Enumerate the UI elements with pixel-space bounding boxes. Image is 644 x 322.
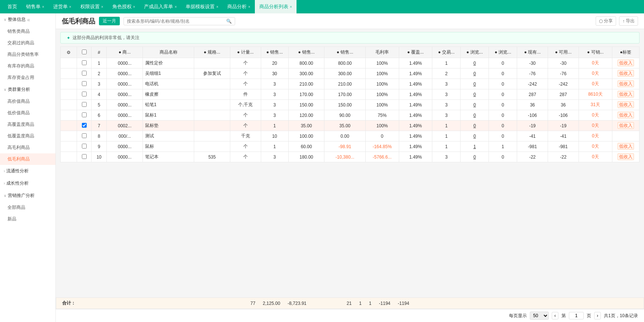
row-checkbox[interactable] <box>82 133 87 138</box>
sidebar-item-sales-goods[interactable]: 销售类商品 <box>0 26 55 37</box>
row-view1[interactable]: 0 <box>461 100 489 110</box>
nav-analysis-list-close[interactable]: × <box>290 5 292 9</box>
col-check-all[interactable] <box>77 47 92 58</box>
nav-home[interactable]: 首页 <box>3 0 22 13</box>
col-trade[interactable]: ● 交易... <box>432 47 461 58</box>
nav-template-close[interactable]: × <box>216 5 218 9</box>
row-view1[interactable]: 0 <box>461 131 489 141</box>
nav-analysis[interactable]: 商品分析 × <box>223 0 255 13</box>
row-check[interactable] <box>77 110 92 121</box>
row-check[interactable] <box>77 121 92 131</box>
row-current: -981 <box>517 141 548 152</box>
row-checkbox[interactable] <box>82 102 87 107</box>
sidebar-item-traded-goods[interactable]: 交易过的商品 <box>0 37 55 49</box>
nav-purchase-close[interactable]: × <box>69 5 71 9</box>
nav-purchase[interactable]: 进货单 × <box>49 0 76 13</box>
nav-sales[interactable]: 销售单 × <box>22 0 49 13</box>
row-sale-price: 35.00 <box>288 121 324 131</box>
col-view2[interactable]: ● 浏览... <box>489 47 517 58</box>
sidebar-item-low-value[interactable]: 低价值商品 <box>0 107 55 119</box>
col-current[interactable]: ● 现有... <box>517 47 548 58</box>
export-button[interactable]: ↑ 导出 <box>619 16 638 26</box>
row-view1[interactable]: 0 <box>461 152 489 162</box>
nav-permission[interactable]: 权限设置 × <box>76 0 108 13</box>
sidebar-item-high-coverage[interactable]: 高覆盖度商品 <box>0 119 55 130</box>
sidebar-item-all-goods[interactable]: 全部商品 <box>0 202 55 213</box>
sidebar-item-low-coverage[interactable]: 低覆盖度商品 <box>0 130 55 142</box>
col-code[interactable]: ● 商... <box>107 47 143 58</box>
row-view1[interactable]: 0 <box>461 58 489 68</box>
sidebar-group-growth[interactable]: › 成长性分析 <box>0 177 55 189</box>
row-check[interactable] <box>77 141 92 152</box>
row-checkbox[interactable] <box>82 123 87 128</box>
search-input[interactable] <box>127 19 226 24</box>
sidebar-item-low-margin[interactable]: 低毛利商品 <box>0 153 55 165</box>
col-sale-qty[interactable]: ● 销售... <box>261 47 288 58</box>
row-check[interactable] <box>77 152 92 162</box>
row-check[interactable] <box>77 131 92 141</box>
col-view1[interactable]: ● 浏览... <box>461 47 489 58</box>
per-page-select[interactable]: 50 100 <box>530 312 549 320</box>
row-view1[interactable]: 0 <box>461 121 489 131</box>
row-checkbox[interactable] <box>82 71 87 76</box>
row-checkbox[interactable] <box>82 81 87 86</box>
table-container[interactable]: ⚙ # ● 商... 商品名称 ● 规格... ● 计量... ● 销售... … <box>56 44 644 297</box>
nav-analysis-list[interactable]: 商品分析列表 × <box>255 0 297 13</box>
nav-permission-close[interactable]: × <box>101 5 103 9</box>
row-view1[interactable]: 0 <box>461 110 489 121</box>
col-sellable[interactable]: ● 可销... <box>579 47 612 58</box>
share-button[interactable]: ⬡ 分享 <box>596 16 616 26</box>
row-sale-amt: -10,380... <box>324 152 365 162</box>
row-view1[interactable]: 0 <box>461 79 489 89</box>
search-box[interactable]: 🔍 <box>124 17 235 25</box>
row-sale-qty: 20 <box>261 58 288 68</box>
row-view1[interactable]: 0 <box>461 89 489 100</box>
sidebar-item-high-value[interactable]: 高价值商品 <box>0 96 55 107</box>
col-spec[interactable]: ● 规格... <box>194 47 230 58</box>
row-checkbox[interactable] <box>82 144 87 149</box>
row-check[interactable] <box>77 89 92 100</box>
col-margin[interactable]: 毛利率 <box>365 47 399 58</box>
sidebar-group-liquidity[interactable]: › 流通性分析 <box>0 165 55 177</box>
nav-role[interactable]: 角色授权 × <box>108 0 140 13</box>
sidebar-group-marketing[interactable]: ∨ 营销推广分析 <box>0 189 55 202</box>
page-number-input[interactable] <box>569 312 584 319</box>
col-name[interactable]: 商品名称 <box>142 47 194 58</box>
col-sale-amt[interactable]: ● 销售... <box>324 47 365 58</box>
col-sale-price[interactable]: ● 销售... <box>288 47 324 58</box>
nav-product-entry-close[interactable]: × <box>174 5 177 9</box>
prev-page-btn[interactable]: ‹ <box>552 312 558 319</box>
row-check[interactable] <box>77 58 92 68</box>
nav-product-entry[interactable]: 产成品入库单 × <box>140 0 181 13</box>
nav-analysis-close[interactable]: × <box>248 5 250 9</box>
sidebar-group-cluster[interactable]: ∨ 类群量分析 <box>0 83 55 96</box>
sidebar-item-high-margin[interactable]: 高毛利商品 <box>0 142 55 153</box>
sidebar-collapse-btn[interactable]: « <box>26 17 32 23</box>
sidebar-item-stocked[interactable]: 有库存的商品 <box>0 60 55 72</box>
sidebar-item-category-rate[interactable]: 商品分类销售率 <box>0 49 55 60</box>
next-page-btn[interactable]: › <box>594 312 601 319</box>
row-check[interactable] <box>77 100 92 110</box>
row-check[interactable] <box>77 68 92 79</box>
sidebar-item-new-goods[interactable]: 新品 <box>0 213 55 225</box>
col-unit[interactable]: ● 计量... <box>230 47 261 58</box>
col-avail[interactable]: ● 可用... <box>548 47 579 58</box>
sidebar-group-overall[interactable]: ∨ 整体信息 « <box>0 13 55 26</box>
row-view1[interactable]: 1 <box>461 141 489 152</box>
row-checkbox[interactable] <box>82 154 87 159</box>
nav-role-close[interactable]: × <box>133 5 135 9</box>
select-all-checkbox[interactable] <box>82 50 87 54</box>
row-checkbox[interactable] <box>82 112 87 117</box>
nav-sales-close[interactable]: × <box>42 5 44 9</box>
row-checkbox[interactable] <box>82 60 87 65</box>
row-checkbox[interactable] <box>82 92 87 96</box>
col-settings[interactable]: ⚙ <box>61 47 77 58</box>
row-view1[interactable]: 0 <box>461 68 489 79</box>
row-check[interactable] <box>77 79 92 89</box>
row-code: 0000... <box>107 152 143 162</box>
filter-recent-month[interactable]: 近一月 <box>99 17 120 25</box>
col-tag[interactable]: ●标签 <box>612 47 639 58</box>
sidebar-item-capital[interactable]: 库存资金占用 <box>0 72 55 83</box>
col-coverage[interactable]: ● 覆盖... <box>399 47 432 58</box>
nav-template[interactable]: 单据模板设置 × <box>181 0 223 13</box>
